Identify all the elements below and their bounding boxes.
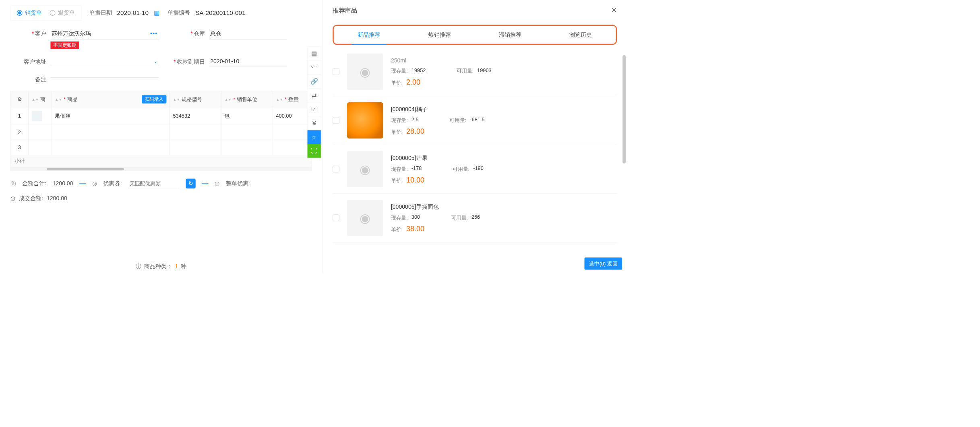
radio-icon: [50, 10, 56, 16]
due-value: 2020-01-10: [210, 58, 239, 65]
col-settings[interactable]: ⚙: [10, 91, 29, 107]
tool-star-icon[interactable]: ☆: [308, 130, 321, 144]
goods-checkbox[interactable]: [333, 117, 339, 124]
select-return-button[interactable]: 选中(0) 返回: [585, 257, 622, 269]
table-row[interactable]: 1 果倍爽 534532 包 400.00: [10, 107, 312, 125]
tool-expand-icon[interactable]: ⛶: [308, 144, 321, 158]
goods-image: ◉: [347, 54, 383, 90]
order-type-tabs: 销货单 退货单: [10, 5, 82, 21]
row-spec[interactable]: [170, 125, 221, 139]
addr-field[interactable]: ⌄: [50, 56, 159, 66]
row-qty[interactable]: 400.00: [273, 107, 312, 125]
avail-label: 可用量:: [449, 117, 466, 124]
goods-checkbox[interactable]: [333, 166, 339, 173]
row-goods[interactable]: 果倍爽: [52, 107, 170, 125]
rp-tab[interactable]: 热销推荐: [422, 28, 457, 42]
row-unit[interactable]: [221, 140, 273, 155]
col-unit[interactable]: ▲▼*销售单位: [221, 91, 273, 107]
row-thumb: [29, 125, 52, 139]
tool-note-icon[interactable]: ▤: [308, 47, 321, 61]
addr-label: 客户地址: [10, 56, 47, 66]
amount-value: 1200.00: [53, 180, 73, 187]
row-thumb: [29, 140, 52, 155]
goods-name: [0000005]芒果: [391, 154, 617, 162]
stock-label: 现存量:: [391, 117, 408, 124]
goods-checkbox[interactable]: [333, 214, 339, 221]
goods-card: ◉ [0000006]手撕面包 现存量:300 可用量:256 单价:38.00: [333, 194, 617, 243]
avail-value: -190: [473, 166, 484, 172]
tab-sales[interactable]: 销货单: [17, 9, 42, 17]
goods-card: ◉ 250ml 现存量:19952 可用量:19903 单价:2.00: [333, 48, 617, 96]
row-spec[interactable]: [170, 140, 221, 155]
due-field[interactable]: 2020-01-10: [209, 56, 287, 66]
doc-no-value: SA-20200110-001: [195, 9, 246, 17]
price-label: 单价:: [391, 129, 403, 135]
avail-label: 可用量:: [457, 67, 473, 74]
close-icon[interactable]: ✕: [611, 6, 617, 15]
stock-value: 19952: [411, 67, 426, 74]
row-unit[interactable]: [221, 125, 273, 139]
tool-yen-icon[interactable]: ¥: [308, 116, 321, 131]
deal-label: 成交金额:: [19, 195, 43, 202]
calendar-icon[interactable]: ▦: [154, 9, 160, 17]
panel-title: 推荐商品: [333, 6, 357, 14]
refresh-button[interactable]: ↻: [186, 179, 195, 189]
row-unit[interactable]: 包: [221, 107, 273, 125]
price-value: 2.00: [406, 78, 420, 86]
scan-button[interactable]: 扫码录入: [142, 95, 166, 103]
goods-name: [0000006]手撕面包: [391, 203, 617, 210]
tool-link-icon[interactable]: 🔗: [308, 75, 321, 89]
tab-return[interactable]: 退货单: [50, 9, 75, 17]
h-scrollbar[interactable]: [10, 167, 312, 171]
rp-tab[interactable]: 浏览历史: [563, 28, 598, 42]
row-qty[interactable]: [273, 125, 312, 139]
tool-check-icon[interactable]: ☑: [308, 102, 321, 116]
stock-value: 2.5: [411, 117, 419, 124]
sort-icon: ▲▼: [276, 98, 283, 100]
col-qty[interactable]: ▲▼*数量: [273, 91, 312, 107]
row-qty[interactable]: [273, 140, 312, 155]
ellipsis-icon[interactable]: •••: [150, 31, 158, 37]
stock-label: 现存量:: [391, 214, 408, 221]
goods-checkbox[interactable]: [333, 68, 339, 75]
deal-icon: ◶: [10, 195, 15, 202]
chevron-down-icon[interactable]: ⌄: [153, 58, 158, 64]
table-row[interactable]: 2: [10, 125, 312, 140]
rp-tab[interactable]: 滞销推荐: [492, 28, 527, 42]
row-spec[interactable]: 534532: [170, 107, 221, 125]
coupon-input[interactable]: [128, 179, 180, 188]
row-index: 2: [10, 125, 29, 139]
row-thumb: [29, 107, 52, 125]
tool-swap-icon[interactable]: ⇄: [308, 89, 321, 103]
price-label: 单价:: [391, 226, 403, 233]
sort-icon: ▲▼: [55, 98, 62, 100]
table-row[interactable]: 3: [10, 140, 312, 155]
price-label: 单价:: [391, 177, 403, 184]
goods-image: ◉: [347, 151, 383, 187]
col-image[interactable]: ▲▼商: [29, 91, 52, 107]
col-spec[interactable]: ▲▼规格型号: [170, 91, 221, 107]
side-toolbar: ▤ 〰 🔗 ⇄ ☑ ¥ ☆ ⛶: [307, 46, 321, 158]
stock-label: 现存量:: [391, 166, 408, 172]
avail-value: -681.5: [470, 117, 484, 124]
price-label: 单价:: [391, 79, 403, 86]
goods-table: ⚙ ▲▼商 ▲▼*商品扫码录入 ▲▼规格型号 ▲▼*销售单位 ▲▼*数量 1 果…: [10, 91, 312, 171]
tool-chart-icon[interactable]: 〰: [308, 60, 321, 75]
v-scrollbar[interactable]: [622, 55, 626, 164]
avail-label: 可用量:: [451, 214, 468, 221]
rp-tab[interactable]: 新品推荐: [351, 28, 387, 42]
row-goods[interactable]: [52, 140, 170, 155]
remark-field[interactable]: [50, 74, 159, 77]
warehouse-field[interactable]: 总仓: [209, 28, 287, 39]
stock-value: 300: [411, 214, 420, 221]
sort-icon: ▲▼: [173, 98, 180, 100]
doc-date-value[interactable]: 2020-01-10: [117, 9, 149, 17]
row-goods[interactable]: [52, 125, 170, 139]
kinds-suffix: 种: [181, 263, 186, 270]
kinds-label: 商品种类：: [144, 263, 172, 270]
col-goods[interactable]: ▲▼*商品扫码录入: [52, 91, 170, 107]
customer-field[interactable]: 苏州万达沃尔玛 •••: [50, 28, 159, 39]
goods-card: ◉ [0000005]芒果 现存量:-178 可用量:-190 单价:10.00: [333, 145, 617, 194]
goods-image: ◉: [347, 200, 383, 236]
goods-name: 250ml: [391, 57, 617, 64]
